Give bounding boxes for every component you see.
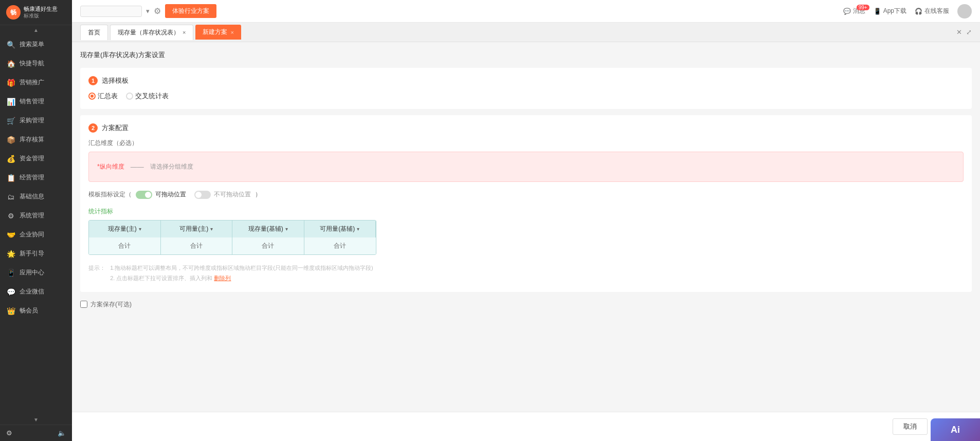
sidebar-item-label: 搜索菜单 <box>20 40 44 49</box>
star-icon: 🌟 <box>6 250 15 258</box>
clipboard-icon: 📋 <box>6 174 15 182</box>
sidebar-item-search[interactable]: 🔍 搜索菜单 <box>0 35 72 54</box>
app-download[interactable]: 📱 App下载 <box>874 7 906 15</box>
expand-tab-icon[interactable]: ⤢ <box>966 28 972 36</box>
tab-new-plan-close[interactable]: × <box>230 29 233 35</box>
sidebar-item-label: 采购管理 <box>20 116 44 125</box>
stats-header-col4[interactable]: 可用量(基辅) ▾ <box>304 220 376 237</box>
toggle-movable-box[interactable] <box>136 191 152 199</box>
sidebar-item-inventory[interactable]: 📦 库存核算 <box>0 130 72 149</box>
tip2-prefix: 2. 点击标题栏下拉可设置排序、插入列和 <box>110 275 212 281</box>
toggle-fixed[interactable]: 不可拖动位置 <box>194 190 251 199</box>
tab-home[interactable]: 首页 <box>80 25 108 40</box>
stats-header-col2-chevron[interactable]: ▾ <box>210 226 213 232</box>
stats-header-col2-text: 可用量(主) <box>179 225 208 233</box>
radio-summary-dot <box>90 95 94 98</box>
stats-body-col4: 合计 <box>304 237 376 254</box>
search-icon: 🔍 <box>6 41 15 49</box>
toggle-movable[interactable]: 可拖动位置 <box>136 190 186 199</box>
stats-body-col1: 合计 <box>89 237 161 254</box>
service-label: 在线客服 <box>924 7 949 15</box>
topbar-chevron-icon[interactable]: ▾ <box>146 7 150 15</box>
money-icon: 💰 <box>6 155 15 163</box>
content-area: 现存量(库存状况表)方案设置 1 选择模板 汇总表 交叉统计表 <box>72 42 980 412</box>
stats-header-col3[interactable]: 现存量(基辅) ▾ <box>232 220 304 237</box>
stats-header-col4-chevron[interactable]: ▾ <box>357 226 359 232</box>
step2-num: 2 <box>88 123 98 133</box>
tab-new-plan[interactable]: 新建方案 × <box>195 25 241 40</box>
sidebar: 畅 畅康通好生意 标准版 ▲ 🔍 搜索菜单 🏠 快捷导航 🎁 营销推广 📊 销售… <box>0 0 72 441</box>
download-icon: 📱 <box>874 8 881 15</box>
sidebar-item-quick-nav[interactable]: 🏠 快捷导航 <box>0 54 72 73</box>
page-title: 现存量(库存状况表)方案设置 <box>80 50 972 60</box>
sidebar-item-app-center[interactable]: 📱 应用中心 <box>0 263 72 282</box>
settings-icon[interactable]: ⚙ <box>6 429 12 437</box>
template-radio-group: 汇总表 交叉统计表 <box>88 91 964 101</box>
save-checkbox[interactable] <box>80 301 87 308</box>
sidebar-item-label: 应用中心 <box>20 268 44 277</box>
sidebar-item-wechat[interactable]: 💬 企业微信 <box>0 282 72 301</box>
user-avatar[interactable] <box>957 4 972 19</box>
cart-icon: 🛒 <box>6 117 15 125</box>
sidebar-item-purchase[interactable]: 🛒 采购管理 <box>0 111 72 130</box>
stats-header-col3-chevron[interactable]: ▾ <box>285 226 288 232</box>
radio-summary-circle <box>88 93 96 100</box>
app-version: 标准版 <box>24 12 58 20</box>
sidebar-item-label: 资金管理 <box>20 154 44 163</box>
topbar-gear-icon[interactable]: ⚙ <box>154 6 161 16</box>
tab-inventory[interactable]: 现存量（库存状况表） × <box>110 25 193 40</box>
sidebar-item-label: 新手引导 <box>20 249 44 258</box>
sidebar-scroll-down[interactable]: ▼ <box>0 415 72 425</box>
sidebar-logo: 畅 畅康通好生意 标准版 <box>0 0 72 25</box>
tab-new-plan-label: 新建方案 <box>203 28 227 36</box>
sidebar-item-management[interactable]: 📋 经营管理 <box>0 168 72 187</box>
indicator-label-row: 模板指标设定（ 可拖动位置 不可拖动位置 ） <box>88 190 964 199</box>
dimension-area[interactable]: *纵向维度 —— 请选择分组维度 <box>88 152 964 182</box>
close-tab-icon[interactable]: ✕ <box>956 28 962 36</box>
stats-header-col2[interactable]: 可用量(主) ▾ <box>161 220 233 237</box>
sidebar-scroll-up[interactable]: ▲ <box>0 25 72 35</box>
stats-header-col1[interactable]: 现存量(主) ▾ <box>89 220 161 237</box>
section-step2: 2 方案配置 汇总维度（必选） *纵向维度 —— 请选择分组维度 模板指标设定（ <box>80 115 972 292</box>
sidebar-item-finance[interactable]: 💰 资金管理 <box>0 149 72 168</box>
folder-icon: 🗂 <box>6 193 15 201</box>
sidebar-item-basic[interactable]: 🗂 基础信息 <box>0 187 72 206</box>
stats-section: 统计指标 现存量(主) ▾ 可用量(主) ▾ 现存量(基辅) ▾ <box>88 207 964 255</box>
stats-header-col1-text: 现存量(主) <box>108 225 137 233</box>
sidebar-item-label: 营销推广 <box>20 78 44 87</box>
message-badge[interactable]: 💬 消息 99+ <box>843 7 865 15</box>
radio-summary[interactable]: 汇总表 <box>88 91 118 101</box>
sound-icon[interactable]: 🔈 <box>58 429 66 437</box>
cancel-button[interactable]: 取消 <box>893 418 928 435</box>
toggle-fixed-box[interactable] <box>194 191 211 199</box>
ai-float-button[interactable]: Ai <box>931 418 980 441</box>
online-service[interactable]: 🎧 在线客服 <box>915 7 949 15</box>
home-icon: 🏠 <box>6 60 15 68</box>
sidebar-item-sales[interactable]: 📊 销售管理 <box>0 92 72 111</box>
stats-header-col1-chevron[interactable]: ▾ <box>139 226 141 232</box>
toggle-fixed-thumb <box>195 192 202 198</box>
sidebar-item-member[interactable]: 👑 畅会员 <box>0 301 72 320</box>
topbar-search-input[interactable] <box>80 6 142 17</box>
sidebar-item-label: 经营管理 <box>20 173 44 182</box>
toggle-movable-label: 可拖动位置 <box>155 190 186 199</box>
sidebar-item-enterprise[interactable]: 🤝 企业协同 <box>0 225 72 244</box>
tip2-link[interactable]: 删除列 <box>214 275 231 281</box>
crown-icon: 👑 <box>6 307 15 315</box>
radio-cross[interactable]: 交叉统计表 <box>126 91 169 101</box>
indicator-label-text: 模板指标设定（ <box>88 190 132 199</box>
summary-dimension-label: 汇总维度（必选） <box>88 139 964 148</box>
tab-inventory-close[interactable]: × <box>183 29 186 35</box>
sidebar-nav: 🔍 搜索菜单 🏠 快捷导航 🎁 营销推广 📊 销售管理 🛒 采购管理 📦 库存核… <box>0 35 72 415</box>
trial-btn[interactable]: 体验行业方案 <box>165 4 216 18</box>
footer: 取消 查询 <box>72 412 980 441</box>
sidebar-item-marketing[interactable]: 🎁 营销推广 <box>0 73 72 92</box>
gift-icon: 🎁 <box>6 79 15 87</box>
sidebar-item-system[interactable]: ⚙ 系统管理 <box>0 206 72 225</box>
sidebar-item-label: 快捷导航 <box>20 59 44 68</box>
sidebar-item-new-guide[interactable]: 🌟 新手引导 <box>0 244 72 263</box>
topbar-left: ▾ ⚙ 体验行业方案 <box>80 4 837 18</box>
save-row: 方案保存(可选) <box>80 300 972 309</box>
step1-title: 选择模板 <box>102 76 129 85</box>
step1-header: 1 选择模板 <box>88 76 964 85</box>
